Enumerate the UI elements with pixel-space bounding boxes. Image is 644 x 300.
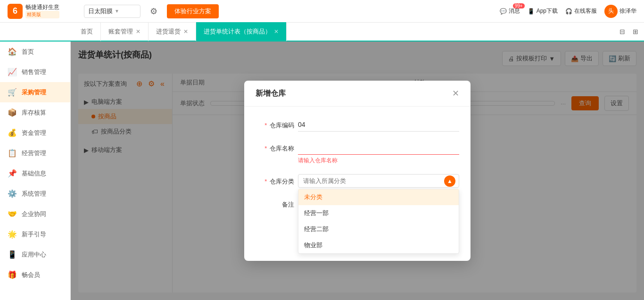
dropdown-option-dept2[interactable]: 经营二部 <box>298 221 459 237</box>
category-label: * 仓库分类 <box>256 174 298 186</box>
tab-prev-icon[interactable]: ⊟ <box>618 26 627 37</box>
modal-close-button[interactable]: ✕ <box>452 88 459 99</box>
message-badge: 99+ <box>513 3 525 8</box>
sidebar-inventory-label: 库存核算 <box>22 108 46 117</box>
phone-icon: 📱 <box>528 8 535 15</box>
store-selector[interactable]: 日太阳膜 ▼ <box>84 5 140 18</box>
sidebar-item-enterprise[interactable]: 🤝 企业协同 <box>0 204 70 224</box>
sidebar-item-system[interactable]: ⚙️ 系统管理 <box>0 183 70 204</box>
finance-icon: 💰 <box>8 128 17 137</box>
name-error-tip: 请输入仓库名称 <box>298 157 459 165</box>
header-right: 💬 消息 99+ 📱 App下载 🎧 在线客服 头 徐泽华 <box>500 5 636 18</box>
tab-home-label: 首页 <box>81 27 93 36</box>
tab-account[interactable]: 账套管理 ✕ <box>101 22 149 41</box>
message-item[interactable]: 💬 消息 99+ <box>500 7 520 15</box>
tab-account-close[interactable]: ✕ <box>136 28 140 35</box>
system-icon: ⚙️ <box>8 189 17 198</box>
user-avatar: 头 <box>604 5 618 18</box>
message-icon: 💬 <box>500 8 507 15</box>
tab-account-label: 账套管理 <box>108 27 133 36</box>
tab-return[interactable]: 进货退货 ✕ <box>149 22 196 41</box>
sidebar-home-label: 首页 <box>22 48 34 56</box>
app-download-label: App下载 <box>537 7 558 15</box>
top-header: 6 畅捷通好生意 精英版 日太阳膜 ▼ ⚙ 体验行业方案 💬 消息 99+ 📱 … <box>0 0 644 23</box>
sidebar-item-vip[interactable]: 🎁 畅会员 <box>0 265 70 285</box>
app-sidebar: 🏠 首页 📈 销售管理 🛒 采购管理 📦 库存核算 💰 资金管理 📋 经营管理 … <box>0 42 71 300</box>
sidebar-item-apps[interactable]: 📱 应用中心 <box>0 244 70 265</box>
name-input[interactable] <box>298 141 459 155</box>
tab-statistics-label: 进货单统计表（按商品） <box>204 27 271 36</box>
edition-badge: 精英版 <box>25 11 59 18</box>
dropdown-option-dept1[interactable]: 经营一部 <box>298 205 459 221</box>
username-label: 徐泽华 <box>619 7 636 15</box>
add-warehouse-modal: 新增仓库 ✕ * 仓库编码 <box>244 81 471 261</box>
logo-icon: 6 <box>8 4 23 19</box>
sidebar-system-label: 系统管理 <box>22 190 46 198</box>
basic-icon: 📌 <box>8 169 17 178</box>
headphone-icon: 🎧 <box>565 8 572 15</box>
sidebar-item-inventory[interactable]: 📦 库存核算 <box>0 102 70 123</box>
apps-icon: 📱 <box>8 250 17 259</box>
modal-header: 新增仓库 ✕ <box>244 81 471 107</box>
app-download-item[interactable]: 📱 App下载 <box>528 7 558 15</box>
content-main: 进货单统计(按商品) 🖨 按模板打印 ▼ 📤 导出 🔄 刷新 <box>71 42 644 300</box>
dropdown-option-unclassified[interactable]: 未分类 <box>298 189 459 205</box>
code-input[interactable] <box>298 118 459 132</box>
name-input-wrap: 请输入仓库名称 <box>298 141 459 165</box>
tab-bar: 首页 账套管理 ✕ 进货退货 ✕ 进货单统计表（按商品） ✕ ⊟ ⊞ <box>0 23 644 42</box>
online-service-label: 在线客服 <box>574 7 597 15</box>
logo-area: 6 畅捷通好生意 精英版 <box>8 4 78 19</box>
purchase-icon: 🛒 <box>8 88 17 97</box>
store-dropdown-arrow: ▼ <box>115 8 119 14</box>
sidebar-finance-label: 资金管理 <box>22 129 46 137</box>
tab-expand-icon[interactable]: ⊞ <box>631 26 640 37</box>
company-name: 畅捷通好生意 <box>25 4 59 11</box>
settings-icon[interactable]: ⚙ <box>146 4 161 19</box>
online-service-item[interactable]: 🎧 在线客服 <box>565 7 597 15</box>
dropdown-option-dept3[interactable]: 物业部 <box>298 237 459 253</box>
sidebar-item-guide[interactable]: 🌟 新手引导 <box>0 224 70 244</box>
user-item[interactable]: 头 徐泽华 <box>604 5 636 18</box>
category-dropdown-arrow[interactable]: ▲ <box>444 175 455 187</box>
category-input[interactable] <box>298 174 459 188</box>
tab-statistics[interactable]: 进货单统计表（按商品） ✕ <box>196 22 287 41</box>
code-label: * 仓库编码 <box>256 118 298 130</box>
enterprise-icon: 🤝 <box>8 209 17 218</box>
sales-icon: 📈 <box>8 67 17 76</box>
category-dropdown-list: 未分类 经营一部 经营二部 物业部 <box>298 189 459 254</box>
code-row: * 仓库编码 <box>256 118 459 132</box>
sidebar-item-business[interactable]: 📋 经营管理 <box>0 143 70 163</box>
tab-home[interactable]: 首页 <box>73 22 101 41</box>
modal-body: * 仓库编码 * 仓库名称 <box>244 107 471 228</box>
sidebar-item-home[interactable]: 🏠 首页 <box>0 42 70 62</box>
modal-title: 新增仓库 <box>256 89 286 99</box>
tab-right-controls: ⊟ ⊞ <box>618 26 644 37</box>
tab-statistics-close[interactable]: ✕ <box>274 28 279 35</box>
trial-button[interactable]: 体验行业方案 <box>167 4 219 18</box>
sidebar-sales-label: 销售管理 <box>22 68 46 76</box>
name-row: * 仓库名称 请输入仓库名称 <box>256 141 459 165</box>
sidebar-business-label: 经营管理 <box>22 149 46 158</box>
main-layout: 🏠 首页 📈 销售管理 🛒 采购管理 📦 库存核算 💰 资金管理 📋 经营管理 … <box>0 42 644 300</box>
guide-icon: 🌟 <box>8 230 17 239</box>
sidebar-apps-label: 应用中心 <box>22 250 46 259</box>
sidebar-item-finance[interactable]: 💰 资金管理 <box>0 123 70 143</box>
tab-return-label: 进货退货 <box>156 27 181 36</box>
business-icon: 📋 <box>8 149 17 158</box>
store-name: 日太阳膜 <box>88 7 113 16</box>
sidebar-vip-label: 畅会员 <box>22 271 40 279</box>
home-icon: 🏠 <box>8 47 17 56</box>
sidebar-item-basic[interactable]: 📌 基础信息 <box>0 163 70 183</box>
tab-return-close[interactable]: ✕ <box>183 28 188 35</box>
remark-label: 备注 <box>256 197 298 209</box>
sidebar-item-sales[interactable]: 📈 销售管理 <box>0 62 70 82</box>
modal-overlay: 新增仓库 ✕ * 仓库编码 <box>71 42 644 300</box>
sidebar-item-purchase[interactable]: 🛒 采购管理 <box>0 82 70 102</box>
sidebar-enterprise-label: 企业协同 <box>22 210 46 218</box>
vip-icon: 🎁 <box>8 270 17 279</box>
sidebar-guide-label: 新手引导 <box>22 230 46 239</box>
sidebar-basic-label: 基础信息 <box>22 169 46 178</box>
category-input-wrap: ▲ 未分类 经营一部 经营二部 物业部 <box>298 174 459 188</box>
name-label: * 仓库名称 <box>256 141 298 153</box>
sidebar-purchase-label: 采购管理 <box>22 88 46 97</box>
